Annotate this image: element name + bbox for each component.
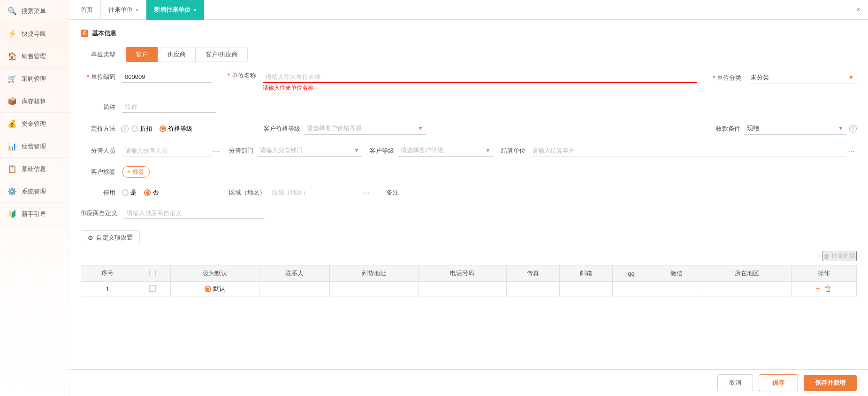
customer-price-label: 客户价格等级	[264, 124, 304, 133]
tab-new-contact[interactable]: 新增往来单位 ×	[146, 0, 204, 20]
settlement-more[interactable]: ···	[846, 147, 857, 155]
section-icon: F	[81, 30, 88, 37]
unit-type-label: 单位类型	[81, 50, 118, 59]
col-checkbox[interactable]	[134, 265, 171, 282]
row-fax[interactable]	[506, 282, 559, 296]
custom-settings-button[interactable]: ⚙ 自定义项设置	[81, 230, 140, 245]
tab-bar: 首页 往来单位 × 新增往来单位 × ×	[69, 0, 868, 20]
contact-table: 序号 设为默认 联系人 到货地址 电话号码 传真 邮箱 qq 微信 所在地区 操…	[81, 265, 857, 296]
pricing-radio-group: 折扣 价格等级	[131, 124, 192, 133]
unit-category-select[interactable]: 未分类 ▼	[748, 71, 857, 84]
sidebar: 🔍 搜索菜单 ⚡ 快捷导航 🏠 销售管理 🛒 采购管理 📦 库存核算 💰 资金管…	[0, 0, 69, 396]
row-phone[interactable]	[418, 282, 506, 296]
row-default[interactable]: 默认	[171, 282, 259, 296]
batch-delete-button[interactable]: 🗑 批量删除	[822, 251, 857, 261]
inventory-icon: 📦	[8, 97, 17, 106]
sidebar-label-shortcut: 快捷导航	[22, 30, 46, 38]
sidebar-item-sales[interactable]: 🏠 销售管理	[0, 45, 69, 68]
col-action: 操作	[791, 265, 856, 282]
disabled-radio-no[interactable]	[144, 189, 151, 196]
row-action[interactable]: + 🗑	[791, 282, 856, 296]
sidebar-item-system[interactable]: ⚙️ 系统管理	[0, 180, 69, 203]
sidebar-item-guide[interactable]: 🔰 新手引导	[0, 203, 69, 225]
unit-category-arrow: ▼	[848, 74, 854, 81]
manager-more[interactable]: ···	[211, 147, 221, 155]
save-new-button[interactable]: 保存并新增	[804, 375, 857, 391]
pricing-help-icon[interactable]: ?	[121, 125, 129, 132]
unit-type-group: 客户 供应商 客户/供应商	[126, 47, 248, 62]
pricing-radio-level[interactable]	[160, 125, 166, 132]
supplier-custom-input[interactable]	[124, 208, 265, 219]
tab-contacts-close[interactable]: ×	[136, 7, 138, 13]
sidebar-item-search[interactable]: 🔍 搜索菜单	[0, 0, 69, 23]
section-title-text: 基本信息	[92, 29, 116, 38]
tab-new-contact-close[interactable]: ×	[193, 7, 196, 13]
disabled-radio-yes[interactable]	[122, 189, 129, 196]
row-add-action[interactable]: +	[815, 285, 820, 293]
section-title: F 基本信息	[81, 29, 857, 38]
row-wechat[interactable]	[650, 282, 703, 296]
pricing-option-level[interactable]: 价格等级	[160, 124, 192, 133]
row-delete-action[interactable]: 🗑	[824, 285, 832, 293]
col-address: 到货地址	[330, 265, 418, 282]
row-qq[interactable]	[612, 282, 650, 296]
supplier-custom-label: 供应商自定义	[81, 209, 120, 217]
payment-help-icon[interactable]: ?	[849, 125, 857, 132]
dept-label: 分管部门	[229, 147, 257, 155]
unit-name-input[interactable]	[263, 71, 697, 83]
payment-arrow: ▼	[838, 125, 844, 132]
row-checkbox[interactable]	[134, 282, 171, 296]
pricing-radio-discount[interactable]	[131, 125, 138, 132]
main-close-button[interactable]: ×	[856, 6, 860, 14]
sidebar-item-finance[interactable]: 💰 资金管理	[0, 113, 69, 135]
type-btn-supplier[interactable]: 供应商	[158, 47, 196, 62]
settlement-input[interactable]	[529, 145, 846, 156]
type-btn-both[interactable]: 客户/供应商	[196, 47, 248, 62]
customer-level-select[interactable]: 请选择客户等级 ▼	[398, 144, 494, 157]
sidebar-item-inventory[interactable]: 📦 库存核算	[0, 90, 69, 113]
pricing-label-discount: 折扣	[140, 124, 152, 133]
col-region: 所在地区	[703, 265, 791, 282]
unit-category-label: 单位分类	[707, 74, 744, 82]
unit-name-error: 请输入往来单位名称	[263, 84, 697, 92]
remark-input[interactable]	[403, 187, 857, 198]
type-btn-customer[interactable]: 客户	[126, 47, 158, 62]
customer-price-select[interactable]: 请选择客户价格等级 ▼	[304, 122, 426, 135]
sidebar-item-operations[interactable]: 📊 经营管理	[0, 135, 69, 158]
payment-value: 现结	[747, 124, 759, 132]
cancel-button[interactable]: 取消	[717, 374, 753, 391]
sidebar-item-shortcut[interactable]: ⚡ 快捷导航	[0, 23, 69, 45]
pricing-option-discount[interactable]: 折扣	[131, 124, 152, 133]
payment-label: 收款条件	[716, 124, 744, 133]
abbr-input[interactable]	[122, 101, 216, 113]
row-email[interactable]	[559, 282, 612, 296]
region-more[interactable]: ···	[361, 188, 372, 197]
sidebar-item-basic[interactable]: 📋 基础信息	[0, 158, 69, 180]
manager-input[interactable]	[122, 145, 211, 156]
row-address[interactable]	[330, 282, 418, 296]
row-default-label: 默认	[213, 285, 225, 293]
sidebar-label-guide: 新手引导	[22, 210, 46, 218]
unit-code-input[interactable]	[122, 71, 212, 83]
finance-icon: 💰	[8, 119, 17, 128]
disabled-yes[interactable]: 是	[122, 188, 137, 197]
region-input[interactable]	[269, 187, 361, 198]
shortcut-icon: ⚡	[8, 29, 17, 38]
customer-level-label: 客户等级	[370, 147, 398, 155]
sidebar-label-basic: 基础信息	[22, 165, 46, 173]
tab-contacts[interactable]: 往来单位 ×	[101, 0, 146, 20]
disabled-no[interactable]: 否	[144, 188, 159, 197]
sidebar-item-purchase[interactable]: 🛒 采购管理	[0, 68, 69, 90]
row-region[interactable]	[703, 282, 791, 296]
tab-home[interactable]: 首页	[73, 0, 101, 20]
save-button[interactable]: 保存	[759, 374, 798, 391]
payment-select[interactable]: 现结 ▼	[744, 122, 846, 135]
col-qq: qq	[612, 265, 650, 282]
col-phone: 电话号码	[418, 265, 506, 282]
dept-select[interactable]: 请输入分管部门 ▼	[257, 144, 362, 157]
add-tag-button[interactable]: + 标签	[122, 166, 150, 178]
manager-label: 分管人员	[81, 147, 118, 155]
row-default-radio[interactable]	[205, 286, 211, 292]
row-contact[interactable]	[259, 282, 330, 296]
col-fax: 传真	[506, 265, 559, 282]
